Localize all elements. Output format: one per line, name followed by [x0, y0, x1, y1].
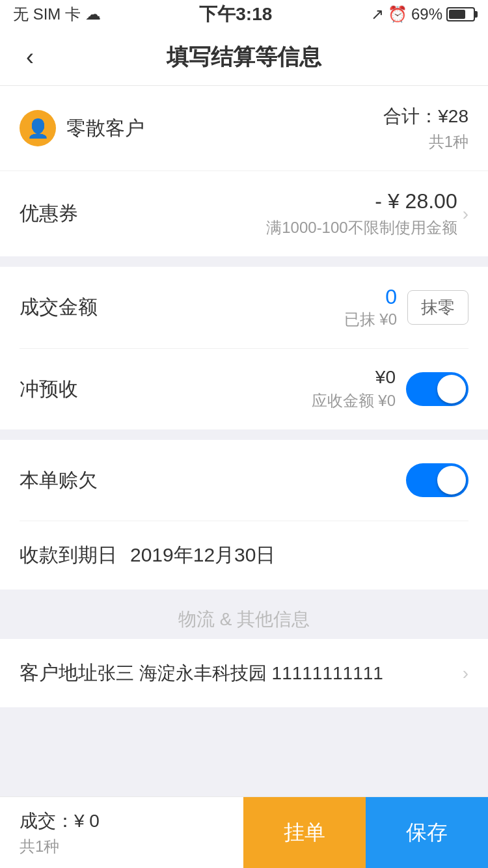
transaction-sub: 已抹 ¥0 — [344, 309, 397, 330]
toggle-knob — [437, 375, 466, 403]
transaction-value: 0 — [344, 285, 397, 309]
precollect-row: 冲预收 ¥0 应收金额 ¥0 — [20, 349, 468, 429]
precollect-label: 冲预收 — [20, 376, 78, 403]
status-time: 下午3:18 — [199, 2, 272, 27]
customer-section: 👤 零散客户 合计：¥28 共1种 优惠券 - ¥ 28.00 满1000-10… — [0, 86, 488, 256]
sim-label: 无 SIM 卡 ☁ — [13, 4, 101, 25]
transaction-section: 成交金额 0 已抹 ¥0 抹零 冲预收 ¥0 应收金额 ¥0 — [0, 267, 488, 429]
address-row[interactable]: 客户地址 张三 海淀永丰科技园 11111111111 › — [20, 639, 468, 707]
round-zero-button[interactable]: 抹零 — [407, 290, 468, 325]
transaction-row: 成交金额 0 已抹 ¥0 抹零 — [20, 267, 468, 349]
coupon-label: 优惠券 — [20, 200, 78, 227]
location-icon: ↗ — [371, 5, 384, 23]
pending-button[interactable]: 挂单 — [243, 797, 366, 868]
coupon-description: 满1000-100不限制使用金额 — [266, 217, 457, 238]
total-count: 共1种 — [383, 131, 468, 152]
due-date-value: 2019年12月30日 — [130, 542, 275, 569]
credit-row: 本单赊欠 — [20, 440, 468, 521]
coupon-chevron-icon: › — [463, 204, 468, 224]
customer-name: 零散客户 — [66, 115, 144, 142]
precollect-value-block: ¥0 应收金额 ¥0 — [312, 367, 396, 411]
content-area: 👤 零散客户 合计：¥28 共1种 优惠券 - ¥ 28.00 满1000-10… — [0, 86, 488, 868]
address-value: 张三 海淀永丰科技园 11111111111 — [98, 661, 456, 686]
logistics-label: 物流 & 其他信息 — [178, 607, 310, 632]
credit-toggle-knob — [437, 466, 466, 495]
logistics-divider: 物流 & 其他信息 — [0, 600, 488, 639]
battery-icon — [446, 7, 475, 21]
customer-left: 👤 零散客户 — [20, 110, 144, 146]
customer-total: 合计：¥28 共1种 — [383, 104, 468, 152]
back-button[interactable]: ‹ — [20, 37, 40, 77]
page-title: 填写结算等信息 — [167, 42, 321, 72]
save-button[interactable]: 保存 — [366, 797, 488, 868]
precollect-toggle[interactable] — [406, 372, 468, 406]
credit-label: 本单赊欠 — [20, 467, 98, 494]
precollect-amount: ¥0 — [312, 367, 396, 388]
transaction-right: 0 已抹 ¥0 抹零 — [344, 285, 468, 330]
address-section: 客户地址 张三 海淀永丰科技园 11111111111 › — [0, 639, 488, 707]
transaction-label: 成交金额 — [20, 294, 98, 321]
avatar: 👤 — [20, 110, 56, 146]
precollect-receivable: 应收金额 ¥0 — [312, 390, 396, 411]
alarm-icon: ⏰ — [388, 5, 407, 23]
status-right: ↗ ⏰ 69% — [371, 5, 475, 23]
battery-label: 69% — [411, 5, 442, 23]
precollect-right: ¥0 应收金额 ¥0 — [312, 367, 468, 411]
bottom-deal-amount: 成交：¥ 0 — [20, 809, 224, 834]
address-chevron-icon: › — [463, 663, 468, 684]
coupon-amount: - ¥ 28.00 — [266, 189, 457, 213]
credit-section: 本单赊欠 收款到期日 2019年12月30日 — [0, 440, 488, 590]
coupon-detail: - ¥ 28.00 满1000-100不限制使用金额 — [266, 189, 457, 238]
bottom-count: 共1种 — [20, 836, 224, 857]
coupon-row[interactable]: 优惠券 - ¥ 28.00 满1000-100不限制使用金额 › — [0, 170, 488, 256]
due-date-row: 收款到期日 2019年12月30日 — [20, 521, 468, 590]
customer-row: 👤 零散客户 合计：¥28 共1种 — [0, 86, 488, 170]
nav-bar: ‹ 填写结算等信息 — [0, 29, 488, 86]
status-bar: 无 SIM 卡 ☁ 下午3:18 ↗ ⏰ 69% — [0, 0, 488, 29]
status-left: 无 SIM 卡 ☁ — [13, 4, 101, 25]
address-key: 客户地址 — [20, 660, 98, 686]
bottom-info: 成交：¥ 0 共1种 — [0, 797, 243, 868]
total-amount: 合计：¥28 — [383, 104, 468, 129]
due-date-label: 收款到期日 — [20, 542, 117, 569]
credit-toggle[interactable] — [406, 463, 468, 497]
bottom-bar: 成交：¥ 0 共1种 挂单 保存 — [0, 796, 488, 868]
